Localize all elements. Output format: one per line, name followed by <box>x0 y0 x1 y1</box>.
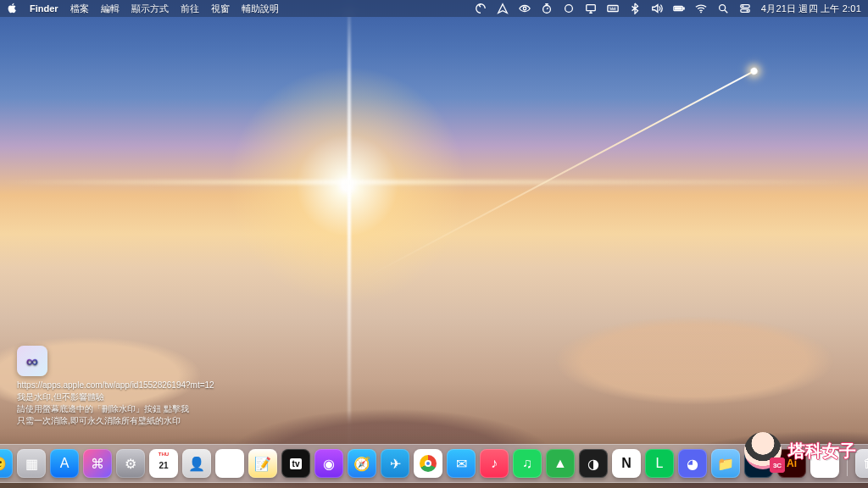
menu-view[interactable]: 顯示方式 <box>131 3 169 15</box>
dock-figma[interactable]: ◑ <box>579 449 608 478</box>
svg-rect-5 <box>608 6 618 12</box>
dock-mail[interactable]: ✉ <box>447 449 476 478</box>
dock-notes[interactable]: 📝 <box>248 449 277 478</box>
svg-point-3 <box>565 5 572 13</box>
dock-safari[interactable]: 🧭 <box>348 449 376 478</box>
volume-icon[interactable] <box>651 3 663 14</box>
site-avatar-tag: 3C <box>770 458 785 473</box>
dock-spotify[interactable]: ♫ <box>513 449 542 478</box>
wifi-icon[interactable] <box>695 3 707 14</box>
watermark-line3: 只需一次消除,即可永久消除所有壁紙的水印 <box>17 415 214 427</box>
wallpaper-watermark: ∞ https://apps.apple.com/tw/app/id155282… <box>17 346 214 427</box>
dock-line[interactable]: L <box>645 449 674 478</box>
site-badge-text: 塔科女子 <box>788 440 856 463</box>
control-center-icon[interactable] <box>739 3 751 14</box>
dock-shortcuts[interactable]: ⌘ <box>83 449 112 478</box>
svg-point-14 <box>746 9 748 11</box>
dock-calendar[interactable]: THU21 <box>149 449 178 478</box>
dock-launchpad[interactable]: ▦ <box>17 449 46 478</box>
dock-tv[interactable]: tv <box>281 449 310 478</box>
rewind-icon[interactable] <box>475 3 487 14</box>
svg-point-1 <box>523 7 526 10</box>
eye-icon[interactable] <box>519 3 531 14</box>
watermark-line2: 請使用螢幕底邊中的「刪除水印」按鈕 點擊我 <box>17 403 214 415</box>
svg-point-13 <box>742 5 743 7</box>
bluetooth-icon[interactable] <box>629 3 641 14</box>
svg-point-10 <box>719 5 725 11</box>
dock-contacts[interactable]: 👤 <box>182 449 211 478</box>
watermark-line1: 我是水印,但不影響體驗 <box>17 391 214 403</box>
dock-feedly[interactable]: ▲ <box>546 449 575 478</box>
dock-podcasts[interactable]: ◉ <box>314 449 343 478</box>
watermark-url: https://apps.apple.com/tw/app/id15528261… <box>17 380 214 391</box>
search-icon[interactable] <box>717 3 729 14</box>
circle-icon[interactable] <box>563 3 575 14</box>
stopwatch-icon[interactable] <box>541 3 553 14</box>
dock-discord[interactable]: ◕ <box>678 449 707 478</box>
menu-window[interactable]: 視窗 <box>211 3 230 15</box>
dock-system-preferences[interactable]: ⚙ <box>116 449 145 478</box>
menu-go[interactable]: 前往 <box>181 3 199 15</box>
svg-rect-7 <box>683 8 684 9</box>
watermark-app-icon: ∞ <box>17 346 47 376</box>
dock-telegram[interactable]: ✈ <box>381 449 409 478</box>
menubar-datetime[interactable]: 4月21日 週四 上午 2:01 <box>761 3 861 15</box>
menu-edit[interactable]: 編輯 <box>101 3 120 15</box>
dock-trash[interactable]: 🗑 <box>855 449 868 478</box>
dock-finder[interactable]: 🙂 <box>0 449 13 478</box>
svg-marker-0 <box>498 4 508 14</box>
dock-container: 🙂▦A⌘⚙THU21👤☰📝tv◉🧭✈✉♪♫▲◑NL◕📁PsAi🖼🗑 <box>0 444 868 483</box>
dock-notion[interactable]: N <box>612 449 641 478</box>
active-app-name[interactable]: Finder <box>30 3 58 14</box>
airdrop-icon[interactable] <box>497 3 509 14</box>
site-avatar: 3C <box>744 432 782 469</box>
display-icon[interactable] <box>585 3 597 14</box>
calendar-day-badge: 21 <box>149 461 178 470</box>
keyboard-icon[interactable] <box>607 3 619 14</box>
dock-reminders[interactable]: ☰ <box>215 449 244 478</box>
dock-chrome[interactable] <box>414 449 442 478</box>
dock: 🙂▦A⌘⚙THU21👤☰📝tv◉🧭✈✉♪♫▲◑NL◕📁PsAi🖼🗑 <box>0 444 868 483</box>
svg-point-9 <box>700 12 702 14</box>
dock-folder[interactable]: 📁 <box>711 449 740 478</box>
site-badge: 3C 塔科女子 <box>744 432 856 469</box>
dock-app-store[interactable]: A <box>50 449 79 478</box>
menu-file[interactable]: 檔案 <box>70 3 89 15</box>
menu-bar: Finder 檔案 編輯 顯示方式 前往 視窗 輔助說明 4月21日 週四 上午… <box>0 0 868 17</box>
battery-icon[interactable] <box>673 3 685 14</box>
svg-rect-8 <box>675 7 682 10</box>
apple-menu[interactable] <box>7 3 18 15</box>
svg-rect-4 <box>587 5 596 11</box>
dock-music[interactable]: ♪ <box>480 449 509 478</box>
menu-help[interactable]: 輔助說明 <box>242 3 279 15</box>
